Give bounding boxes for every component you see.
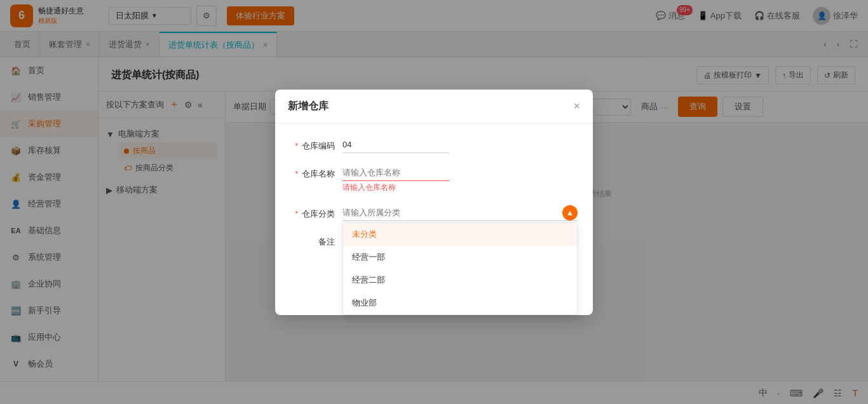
name-error-msg: 请输入仓库名称 xyxy=(342,182,578,193)
dropdown-item-property[interactable]: 物业部 xyxy=(343,292,577,314)
category-input[interactable] xyxy=(342,205,578,221)
chevron-up-icon: ▲ xyxy=(566,208,574,217)
code-input[interactable] xyxy=(342,137,449,153)
required-star: * xyxy=(295,141,298,151)
modal-body: * 仓库编码 * 仓库名称 请输入仓库名称 xyxy=(275,124,593,273)
modal-title: 新增仓库 xyxy=(288,100,329,113)
add-warehouse-modal: 新增仓库 × * 仓库编码 * 仓库名称 xyxy=(275,90,593,315)
name-label: * 仓库名称 xyxy=(290,165,335,180)
category-row: * 仓库分类 ▲ 未分类 经营一部 经营二部 物业部 xyxy=(290,205,578,221)
dropdown-item-dept1[interactable]: 经营一部 xyxy=(343,246,577,269)
required-star-category: * xyxy=(295,209,298,219)
modal-close-button[interactable]: × xyxy=(573,100,580,113)
dropdown-item-unclassified[interactable]: 未分类 xyxy=(343,223,577,246)
category-chevron-button[interactable]: ▲ xyxy=(562,205,578,220)
modal-overlay[interactable]: 新增仓库 × * 仓库编码 * 仓库名称 xyxy=(0,0,868,404)
modal-header: 新增仓库 × xyxy=(275,90,593,124)
category-select-wrap: ▲ 未分类 经营一部 经营二部 物业部 xyxy=(342,205,578,221)
note-label: 备注 xyxy=(290,232,335,248)
dropdown-item-dept2[interactable]: 经营二部 xyxy=(343,269,577,292)
code-input-wrap xyxy=(342,137,578,153)
code-row: * 仓库编码 xyxy=(290,137,578,153)
name-input-wrap: 请输入仓库名称 xyxy=(342,165,578,193)
category-dropdown: 未分类 经营一部 经营二部 物业部 xyxy=(342,222,578,315)
name-row: * 仓库名称 请输入仓库名称 xyxy=(290,165,578,193)
required-star-name: * xyxy=(295,169,298,178)
name-input[interactable] xyxy=(342,165,449,181)
category-label: * 仓库分类 xyxy=(290,205,335,220)
code-label: * 仓库编码 xyxy=(290,137,335,152)
